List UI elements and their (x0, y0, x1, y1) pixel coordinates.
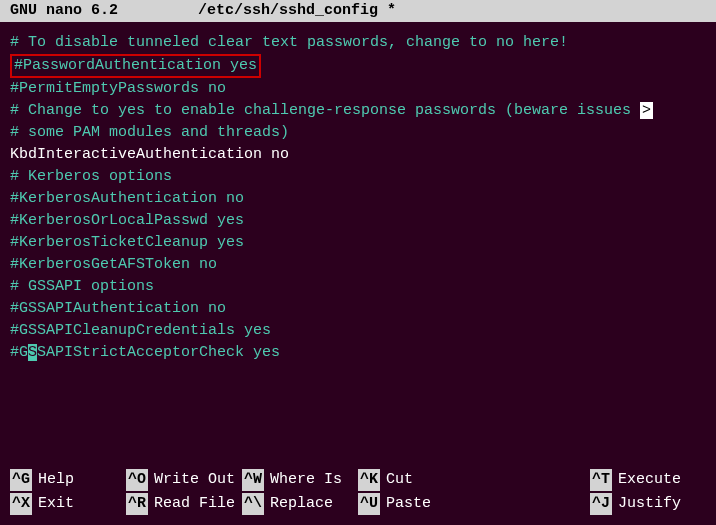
config-line-cursor: #GSSAPIStrictAcceptorCheck yes (10, 342, 706, 364)
config-line-highlighted: #PasswordAuthentication yes (10, 54, 706, 78)
shortcut-readfile[interactable]: ^RRead File (126, 493, 242, 515)
config-line: #KerberosAuthentication no (10, 188, 706, 210)
config-line: # Change to yes to enable challenge-resp… (10, 100, 706, 122)
editor-content[interactable]: # To disable tunneled clear text passwor… (0, 22, 716, 364)
config-line: # To disable tunneled clear text passwor… (10, 32, 706, 54)
shortcut-writeout[interactable]: ^OWrite Out (126, 469, 242, 491)
shortcut-replace[interactable]: ^\Replace (242, 493, 358, 515)
config-line: # Kerberos options (10, 166, 706, 188)
shortcut-cut[interactable]: ^KCut (358, 469, 474, 491)
config-line: # GSSAPI options (10, 276, 706, 298)
config-line: #GSSAPICleanupCredentials yes (10, 320, 706, 342)
file-path: /etc/ssh/sshd_config * (198, 0, 706, 22)
shortcut-paste[interactable]: ^UPaste (358, 493, 474, 515)
shortcut-exit[interactable]: ^XExit (10, 493, 126, 515)
shortcut-execute[interactable]: ^TExecute (590, 469, 706, 491)
config-line: #PermitEmptyPasswords no (10, 78, 706, 100)
config-line: # some PAM modules and threads) (10, 122, 706, 144)
shortcut-whereis[interactable]: ^WWhere Is (242, 469, 358, 491)
config-line: #GSSAPIAuthentication no (10, 298, 706, 320)
config-line: #KerberosOrLocalPasswd yes (10, 210, 706, 232)
titlebar: GNU nano 6.2 /etc/ssh/sshd_config * (0, 0, 716, 22)
app-name: GNU nano 6.2 (10, 0, 198, 22)
shortcut-bar: ^GHelp ^OWrite Out ^WWhere Is ^KCut ^TEx… (10, 469, 706, 515)
cursor: S (28, 344, 37, 361)
shortcut-help[interactable]: ^GHelp (10, 469, 126, 491)
config-line: #KerberosGetAFSToken no (10, 254, 706, 276)
config-line-active: KbdInteractiveAuthentication no (10, 144, 706, 166)
shortcut-justify[interactable]: ^JJustify (590, 493, 706, 515)
line-continuation-indicator: > (640, 102, 653, 119)
config-line: #KerberosTicketCleanup yes (10, 232, 706, 254)
highlight-box: #PasswordAuthentication yes (10, 54, 261, 78)
